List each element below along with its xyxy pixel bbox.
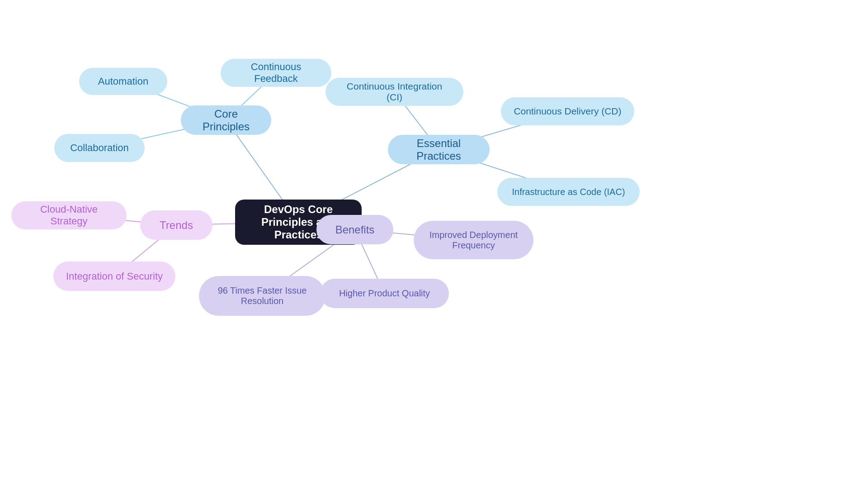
continuous-integration-node: Continuous Integration (CI) — [326, 78, 463, 106]
benefits-label: Benefits — [335, 224, 375, 236]
faster-issue-resolution-node: 96 Times Faster Issue Resolution — [199, 276, 326, 316]
higher-product-quality-label: Higher Product Quality — [339, 288, 430, 299]
higher-product-quality-node: Higher Product Quality — [320, 279, 449, 308]
trends-node: Trends — [140, 210, 212, 240]
continuous-delivery-node: Continuous Delivery (CD) — [501, 97, 634, 125]
essential-practices-node: Essential Practices — [388, 135, 490, 164]
core-principles-label: Core Principles — [193, 108, 259, 133]
integration-of-security-node: Integration of Security — [53, 262, 175, 291]
cloud-native-strategy-label: Cloud-Native Strategy — [24, 204, 114, 227]
trends-label: Trends — [160, 219, 193, 232]
continuous-delivery-label: Continuous Delivery (CD) — [514, 106, 621, 117]
improved-deployment-node: Improved Deployment Frequency — [414, 221, 533, 259]
essential-practices-label: Essential Practices — [401, 137, 477, 162]
continuous-feedback-label: Continuous Feedback — [233, 61, 319, 85]
continuous-integration-label: Continuous Integration (CI) — [338, 81, 451, 103]
improved-deployment-label: Improved Deployment Frequency — [429, 230, 518, 251]
continuous-feedback-node: Continuous Feedback — [221, 59, 331, 87]
infrastructure-as-code-label: Infrastructure as Code (IAC) — [512, 187, 625, 197]
collaboration-label: Collaboration — [70, 142, 129, 154]
collaboration-node: Collaboration — [54, 134, 145, 162]
core-principles-node: Core Principles — [181, 105, 271, 135]
cloud-native-strategy-node: Cloud-Native Strategy — [11, 201, 127, 229]
automation-label: Automation — [98, 76, 148, 87]
integration-of-security-label: Integration of Security — [66, 271, 163, 282]
automation-node: Automation — [79, 68, 167, 95]
benefits-node: Benefits — [316, 215, 393, 244]
infrastructure-as-code-node: Infrastructure as Code (IAC) — [497, 178, 640, 206]
faster-issue-resolution-label: 96 Times Faster Issue Resolution — [218, 285, 307, 306]
